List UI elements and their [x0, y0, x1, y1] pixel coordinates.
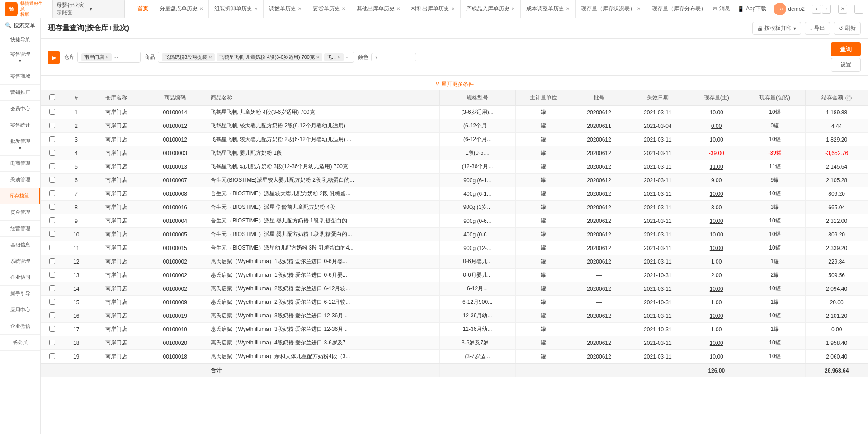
tab-close-btn[interactable]: ✕ [396, 6, 400, 11]
cell-qty-main[interactable]: 1.00 [689, 255, 744, 269]
top-tab-材料出库单历史[interactable]: 材料出库单历史✕ [406, 0, 461, 18]
tab-close-btn[interactable]: ✕ [254, 6, 258, 11]
cell-checkbox[interactable] [41, 160, 64, 174]
cell-checkbox[interactable] [41, 146, 64, 160]
cell-qty-main[interactable]: 10.00 [689, 350, 744, 364]
export-button[interactable]: ↓ 导出 [805, 22, 830, 35]
tab-close-btn[interactable]: ✕ [342, 6, 345, 11]
cell-checkbox[interactable] [41, 269, 64, 282]
settings-button[interactable]: 设置 [831, 58, 861, 72]
tab-close-btn[interactable]: ✕ [637, 6, 641, 11]
cell-checkbox[interactable] [41, 174, 64, 187]
color-filter-input[interactable]: ▾ [371, 53, 416, 61]
cell-checkbox[interactable] [41, 255, 64, 269]
cell-qty-main[interactable]: 1.00 [689, 296, 744, 309]
cell-checkbox[interactable] [41, 106, 64, 119]
product-tag-2-close[interactable]: ✕ [316, 55, 320, 60]
product-filter-tags[interactable]: 飞鹤奶粉3段两提装 ✕ 飞鹤星飞帆 儿童奶粉 4段(3-6岁适用) 700克 ✕… [158, 52, 354, 63]
cell-qty-main[interactable]: 11.00 [689, 160, 744, 174]
tab-close-btn[interactable]: ✕ [199, 6, 203, 11]
cell-checkbox[interactable] [41, 119, 64, 133]
query-button[interactable]: 查询 [831, 42, 861, 56]
sidebar-item-应用中心[interactable]: 应用中心 [0, 302, 40, 318]
cell-checkbox[interactable] [41, 296, 64, 309]
product-tag-3-close[interactable]: ✕ [337, 55, 341, 60]
template-print-button[interactable]: 🖨 按模板打印 ▾ [752, 22, 801, 35]
cell-qty-main[interactable]: 10.00 [689, 228, 744, 241]
balance-info-icon[interactable]: ① [845, 95, 852, 101]
close-tab-btn[interactable]: ✕ [838, 5, 847, 14]
cell-checkbox[interactable] [41, 187, 64, 201]
sidebar-item-营销推广[interactable]: 营销推广 [0, 85, 40, 101]
cell-checkbox[interactable] [41, 201, 64, 214]
warehouse-filter-tags[interactable]: 南岸门店 ✕ ··· [77, 52, 141, 63]
store-selector[interactable]: 母婴行业演示账套 ▾ [52, 0, 125, 19]
filter-toggle-btn[interactable]: ▶ [48, 51, 60, 64]
sidebar-item-采购管理[interactable]: 采购管理 [0, 172, 40, 188]
sidebar-item-零售商城[interactable]: 零售商城 [0, 68, 40, 85]
tab-close-btn[interactable]: ✕ [298, 6, 302, 11]
top-tab-调拨单历史[interactable]: 调拨单历史✕ [264, 0, 307, 18]
product-tag-1-close[interactable]: ✕ [208, 55, 212, 60]
sidebar-item-企业微信[interactable]: 企业微信 [0, 318, 40, 335]
next-arrow-btn[interactable]: › [822, 5, 831, 14]
product-filter-dots[interactable]: ··· [345, 54, 350, 61]
cell-qty-main[interactable]: 10.00 [689, 106, 744, 119]
sidebar-item-零售管理[interactable]: 零售管理▼ [0, 46, 40, 68]
sidebar-item-系统管理[interactable]: 系统管理 [0, 253, 40, 269]
tab-close-btn[interactable]: ✕ [511, 6, 515, 11]
cell-checkbox[interactable] [41, 336, 64, 350]
cell-qty-main[interactable]: 3.00 [689, 201, 744, 214]
tab-close-btn[interactable]: ✕ [451, 6, 455, 11]
cell-qty-main[interactable]: 10.00 [689, 309, 744, 323]
top-tab-产成品入库单历史[interactable]: 产成品入库单历史✕ [461, 0, 521, 18]
top-tab-组装拆卸单历史[interactable]: 组装拆卸单历史✕ [209, 0, 264, 18]
prev-arrow-btn[interactable]: ‹ [812, 5, 821, 14]
cell-qty-main[interactable]: 10.00 [689, 214, 744, 228]
tab-close-btn[interactable]: ✕ [566, 6, 570, 11]
top-tab-分量盘点单历史[interactable]: 分量盘点单历史✕ [154, 0, 209, 18]
sidebar-search[interactable]: 🔍 搜索菜单 [0, 18, 40, 33]
top-tab-现存量（库存状况表）[interactable]: 现存量（库存状况表）✕ [576, 0, 646, 18]
app-download-nav[interactable]: 📱 App下载 [737, 5, 766, 13]
sidebar-item-批发管理[interactable]: 批发管理▼ [0, 133, 40, 156]
top-tab-成本调整单历史[interactable]: 成本调整单历史✕ [521, 0, 576, 18]
select-all-checkbox[interactable] [49, 94, 55, 100]
cell-qty-main[interactable]: 2.00 [689, 269, 744, 282]
sidebar-quick-nav[interactable]: 快捷导航 [0, 33, 40, 46]
cell-qty-main[interactable]: -39.00 [689, 146, 744, 160]
cell-checkbox[interactable] [41, 214, 64, 228]
warehouse-filter-dots[interactable]: ··· [113, 54, 118, 61]
top-tab-首页[interactable]: 首页 [132, 0, 154, 18]
sidebar-item-零售统计[interactable]: 零售统计 [0, 117, 40, 133]
sidebar-item-库存核算[interactable]: 库存核算 [0, 188, 40, 204]
sidebar-item-新手引导[interactable]: 新手引导 [0, 286, 40, 302]
cell-qty-main[interactable]: 10.00 [689, 187, 744, 201]
cell-qty-main[interactable]: 10.00 [689, 282, 744, 296]
cell-qty-main[interactable]: 10.00 [689, 133, 744, 146]
cell-checkbox[interactable] [41, 133, 64, 146]
cell-checkbox[interactable] [41, 228, 64, 241]
cell-checkbox[interactable] [41, 282, 64, 296]
sidebar-item-资金管理[interactable]: 资金管理 [0, 204, 40, 221]
sidebar-item-基础信息[interactable]: 基础信息 [0, 237, 40, 253]
cell-checkbox[interactable] [41, 323, 64, 336]
message-nav[interactable]: ✉ 消息 [713, 5, 730, 13]
user-nav[interactable]: Ea demo2 [774, 3, 805, 15]
sidebar-item-经营管理[interactable]: 经营管理 [0, 221, 40, 237]
warehouse-tag-close[interactable]: ✕ [105, 55, 109, 60]
sidebar-item-会员中心[interactable]: 会员中心 [0, 101, 40, 117]
cell-qty-main[interactable]: 0.00 [689, 119, 744, 133]
cell-qty-main[interactable]: 9.00 [689, 174, 744, 187]
top-tab-其他出库单历史[interactable]: 其他出库单历史✕ [351, 0, 406, 18]
cell-checkbox[interactable] [41, 350, 64, 364]
sidebar-item-畅会员[interactable]: 畅会员 [0, 335, 40, 351]
cell-checkbox[interactable] [41, 241, 64, 255]
top-tab-要货单历史[interactable]: 要货单历史✕ [307, 0, 351, 18]
cell-qty-main[interactable]: 10.00 [689, 336, 744, 350]
cell-qty-main[interactable]: 10.00 [689, 241, 744, 255]
sidebar-item-电商管理[interactable]: 电商管理 [0, 156, 40, 172]
maximize-btn[interactable]: □ [854, 5, 863, 14]
refresh-button[interactable]: ↺ 刷新 [834, 22, 861, 35]
cell-qty-main[interactable]: 1.00 [689, 323, 744, 336]
